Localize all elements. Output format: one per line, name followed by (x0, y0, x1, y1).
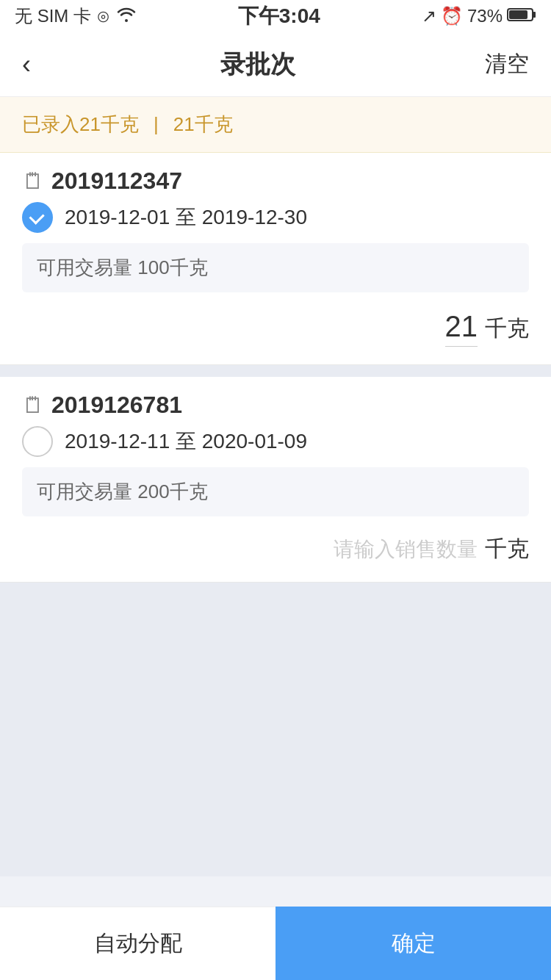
batch1-date: 2019-12-01 至 2019-12-30 (65, 203, 307, 231)
batch-item-1: 🗒 2019112347 2019-12-01 至 2019-12-30 可用交… (0, 153, 551, 292)
nav-bar: ‹ 录批次 清空 (0, 32, 551, 97)
battery-icon (507, 6, 536, 26)
summary-bar: 已录入21千克 | 21千克 (0, 97, 551, 153)
batch1-date-row[interactable]: 2019-12-01 至 2019-12-30 (22, 202, 529, 233)
auto-distribute-button[interactable]: 自动分配 (0, 907, 276, 980)
empty-area (0, 583, 551, 876)
clear-button[interactable]: 清空 (485, 49, 529, 79)
summary-divider: | (154, 113, 159, 136)
batch2-quantity-unit: 千克 (485, 534, 529, 564)
status-left: 无 SIM 卡 ⊙ (15, 4, 137, 28)
svg-rect-2 (509, 10, 527, 19)
batch2-header: 🗒 2019126781 (22, 392, 529, 419)
batch2-radio[interactable] (22, 426, 53, 457)
batch2-date: 2019-12-11 至 2020-01-09 (65, 428, 307, 455)
wifi-icon (116, 6, 137, 26)
alarm-icon: ⏰ (441, 6, 463, 26)
batch2-availability: 可用交易量 200千克 (22, 467, 529, 516)
status-bar: 无 SIM 卡 ⊙ 下午3:04 ↗ ⏰ 73% (0, 0, 551, 32)
sim-status: 无 SIM 卡 ⊙ (15, 4, 110, 28)
batch2-icon: 🗒 (22, 393, 44, 418)
batch1-quantity-value[interactable]: 21 (445, 310, 478, 347)
batch2-quantity-placeholder[interactable]: 请输入销售数量 (334, 536, 478, 563)
batch1-availability: 可用交易量 100千克 (22, 243, 529, 292)
battery-percent: 73% (467, 6, 503, 26)
status-time: 下午3:04 (238, 2, 320, 30)
batch1-header: 🗒 2019112347 (22, 167, 529, 195)
summary-label: 已录入21千克 (22, 112, 139, 137)
batch1-quantity-row: 21 千克 (0, 292, 551, 365)
confirm-button[interactable]: 确定 (276, 907, 551, 980)
batch-item-2: 🗒 2019126781 2019-12-11 至 2020-01-09 可用交… (0, 377, 551, 516)
batch1-id: 2019112347 (51, 167, 182, 195)
back-button[interactable]: ‹ (22, 49, 31, 80)
batch2-id: 2019126781 (51, 392, 182, 419)
bottom-bar: 自动分配 确定 (0, 907, 551, 980)
status-right: ↗ ⏰ 73% (422, 6, 536, 26)
page-title: 录批次 (220, 48, 295, 82)
batch1-icon: 🗒 (22, 169, 44, 194)
svg-rect-1 (533, 12, 536, 18)
batch2-date-row[interactable]: 2019-12-11 至 2020-01-09 (22, 426, 529, 457)
batch2-quantity-row: 请输入销售数量 千克 (0, 516, 551, 583)
section-divider (0, 365, 551, 377)
batch1-quantity-unit: 千克 (485, 314, 529, 344)
batch1-radio[interactable] (22, 202, 53, 233)
location-icon: ↗ (422, 6, 436, 26)
summary-value: 21千克 (173, 112, 233, 137)
